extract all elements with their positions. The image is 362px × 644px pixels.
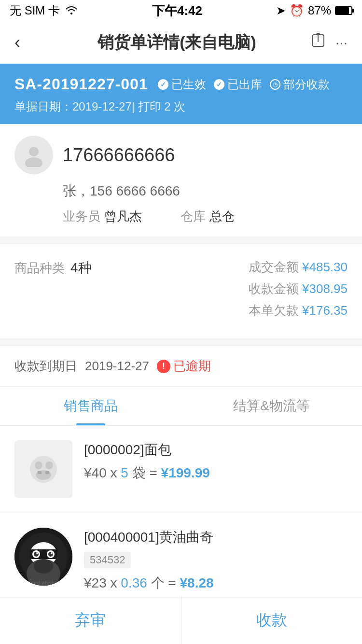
status-bar: 无 SIM 卡 下午4:42 ➤ ⏰ 87% xyxy=(0,0,362,21)
deal-label: 成交金额 xyxy=(249,260,299,274)
due-section: 收款到期日 2019-12-27 ! 已逾期 xyxy=(0,346,362,387)
debt-amount-row: 本单欠款 ¥176.35 xyxy=(249,302,348,319)
warehouse-label: 仓库 xyxy=(181,208,206,225)
badge-effective: ✓ 已生效 xyxy=(158,77,206,92)
receipt-amount-row: 收款金额 ¥308.95 xyxy=(249,280,348,297)
summary-grid: 商品种类 4种 成交金额 ¥485.30 收款金额 ¥308.95 本单欠款 ¥… xyxy=(14,259,348,324)
print-info: | 打印 2 次 xyxy=(132,100,186,113)
badge-partial-payment: ◷ 部分收款 xyxy=(270,77,330,92)
product-info-2: [000400001]黄油曲奇 534532 ¥23 x 0.36 个 = ¥8… xyxy=(84,528,348,592)
svg-rect-8 xyxy=(38,471,42,474)
check-icon-1: ✓ xyxy=(158,79,168,90)
summary-right: 成交金额 ¥485.30 收款金额 ¥308.95 本单欠款 ¥176.35 xyxy=(249,259,348,324)
product-total-1: ¥199.99 xyxy=(161,465,210,480)
product-qty-2: 0.36 xyxy=(121,575,147,590)
debt-label: 本单欠款 xyxy=(249,303,299,318)
summary-left: 商品种类 4种 xyxy=(14,259,92,277)
overdue-icon: ! xyxy=(157,360,170,373)
avatar xyxy=(14,136,53,174)
sales-label: 业务员 xyxy=(63,208,100,225)
product-sku-2: 534532 xyxy=(84,552,131,568)
overdue-text: 已逾期 xyxy=(173,358,211,375)
svg-point-21 xyxy=(34,559,53,574)
header-banner: SA-20191227-001 ✓ 已生效 ✓ 已出库 ◷ 部分收款 单据日期：… xyxy=(0,64,362,124)
debt-amount: ¥176.35 xyxy=(302,303,348,318)
svg-point-2 xyxy=(29,147,39,156)
battery-icon xyxy=(335,6,352,15)
wifi-icon xyxy=(65,4,78,17)
customer-section: 17666666666 张，156 6666 6666 业务员 曾凡杰 仓库 总… xyxy=(0,124,362,237)
overdue-badge: ! 已逾期 xyxy=(157,358,211,375)
product-count: 商品种类 4种 xyxy=(14,259,92,277)
svg-point-17 xyxy=(48,552,53,557)
badge-shipped: ✓ 已出库 xyxy=(214,77,262,92)
customer-meta: 业务员 曾凡杰 仓库 总仓 xyxy=(14,208,348,225)
share-button[interactable] xyxy=(310,33,326,52)
bottom-bar: 弃审 收款 xyxy=(0,596,362,644)
deal-amount-row: 成交金额 ¥485.30 xyxy=(249,259,348,276)
tab-settlement-logistics[interactable]: 结算&物流等 xyxy=(181,387,362,425)
product-name-2: [000400001]黄油曲奇 xyxy=(84,528,348,546)
svg-rect-9 xyxy=(45,471,49,474)
svg-text:diamond whale: diamond whale xyxy=(22,580,55,586)
product-thumb-2: diamond whale xyxy=(14,528,72,586)
svg-point-18 xyxy=(36,552,38,554)
tab-sales-products[interactable]: 销售商品 xyxy=(0,387,181,425)
product-price-2: ¥23 x 0.36 个 = ¥8.28 xyxy=(84,574,348,592)
discard-review-button[interactable]: 弃审 xyxy=(0,596,181,644)
location-icon: ➤ xyxy=(276,4,286,17)
customer-name-row: 17666666666 xyxy=(14,136,348,174)
svg-point-6 xyxy=(45,462,53,469)
status-left: 无 SIM 卡 xyxy=(10,3,78,18)
tabs-section: 销售商品 结算&物流等 xyxy=(0,387,362,426)
sales-person: 曾凡杰 xyxy=(104,208,142,225)
product-qty-1: 5 xyxy=(121,465,128,480)
status-time: 下午4:42 xyxy=(152,2,202,19)
clock-icon: ◷ xyxy=(270,79,280,90)
receipt-amount: ¥308.95 xyxy=(302,281,348,296)
battery-text: 87% xyxy=(308,4,331,17)
alarm-icon: ⏰ xyxy=(290,4,304,17)
collect-payment-button[interactable]: 收款 xyxy=(181,596,362,644)
status-right: ➤ ⏰ 87% xyxy=(276,4,352,17)
product-item-2: diamond whale [000400001]黄油曲奇 534532 ¥23… xyxy=(0,513,362,607)
warehouse-value: 总仓 xyxy=(209,208,235,225)
summary-section: 商品种类 4种 成交金额 ¥485.30 收款金额 ¥308.95 本单欠款 ¥… xyxy=(0,244,362,338)
due-date-value: 2019-12-27 xyxy=(85,359,149,374)
receipt-label: 收款金额 xyxy=(249,281,299,296)
product-price-1: ¥40 x 5 袋 = ¥199.99 xyxy=(84,464,348,482)
carrier-text: 无 SIM 卡 xyxy=(10,3,60,18)
header-row1: SA-20191227-001 ✓ 已生效 ✓ 已出库 ◷ 部分收款 xyxy=(14,75,348,93)
order-date: 2019-12-27 xyxy=(72,100,132,113)
svg-point-3 xyxy=(25,157,42,167)
check-icon-2: ✓ xyxy=(214,79,224,90)
date-label: 单据日期： xyxy=(14,100,72,113)
more-button[interactable]: ··· xyxy=(335,34,348,51)
customer-contact: 张，156 6666 6666 xyxy=(14,182,348,200)
deal-amount: ¥485.30 xyxy=(302,260,348,274)
product-thumb-1 xyxy=(14,440,72,498)
product-item-1: [0000002]面包 ¥40 x 5 袋 = ¥199.99 xyxy=(0,426,362,513)
product-total-2: ¥8.28 xyxy=(180,575,213,590)
product-count-value: 4种 xyxy=(70,259,92,277)
product-name-1: [0000002]面包 xyxy=(84,440,348,459)
nav-bar: ‹ 销货单详情(来自电脑) ··· xyxy=(0,21,362,64)
svg-point-16 xyxy=(34,552,39,557)
page-title: 销货单详情(来自电脑) xyxy=(43,31,310,54)
back-button[interactable]: ‹ xyxy=(14,32,43,53)
nav-actions: ··· xyxy=(310,33,348,52)
svg-point-5 xyxy=(35,462,42,469)
status-badges: ✓ 已生效 ✓ 已出库 ◷ 部分收款 xyxy=(158,77,330,92)
header-date-row: 单据日期：2019-12-27| 打印 2 次 xyxy=(14,99,348,114)
product-type-label: 商品种类 xyxy=(14,260,65,277)
svg-point-19 xyxy=(51,552,53,554)
due-date-label: 收款到期日 xyxy=(14,358,77,375)
customer-id: 17666666666 xyxy=(63,145,175,166)
product-info-1: [0000002]面包 ¥40 x 5 袋 = ¥199.99 xyxy=(84,440,348,482)
order-id: SA-20191227-001 xyxy=(14,75,148,93)
products-section: [0000002]面包 ¥40 x 5 袋 = ¥199.99 xyxy=(0,426,362,607)
